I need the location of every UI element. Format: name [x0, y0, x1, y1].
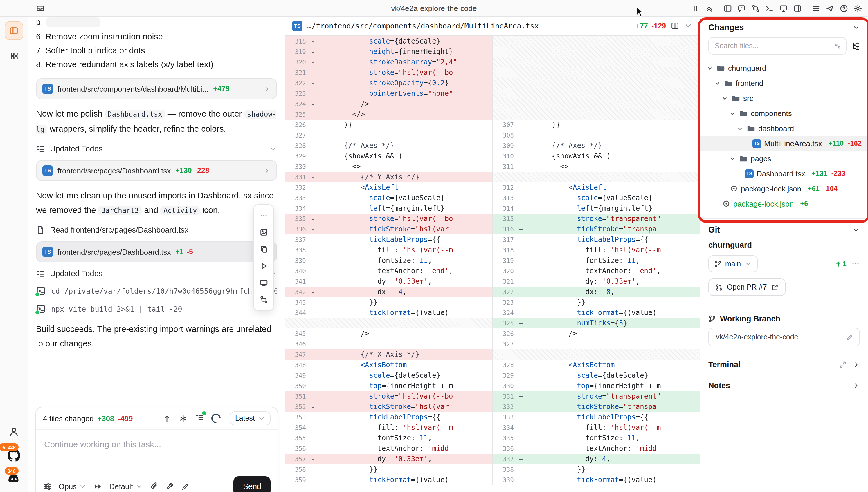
terminal-icon[interactable] — [765, 4, 774, 13]
discord-button[interactable]: 346 — [7, 472, 21, 486]
help-icon[interactable] — [840, 4, 848, 13]
fast-forward-icon[interactable] — [93, 482, 102, 491]
tree-folder-churnguard[interactable]: churnguard — [700, 60, 868, 75]
tree-view-icon[interactable] — [851, 42, 860, 50]
panel-left-icon[interactable] — [723, 4, 732, 13]
account-button[interactable] — [7, 425, 21, 439]
branch-selector[interactable]: main — [708, 255, 758, 272]
workspaces-grid-button[interactable] — [7, 49, 21, 63]
panel-right-icon[interactable] — [793, 4, 802, 13]
diff-line — [285, 318, 493, 328]
diff-line: 334 left={margin.left} — [285, 203, 493, 214]
updated-todos-row[interactable]: Updated Todos — [36, 145, 277, 153]
terminal-command-row[interactable]: npx vite build 2>&1 | tail -20 — [36, 304, 277, 314]
more-options-icon[interactable] — [851, 259, 860, 268]
diff-file-path: …/frontend/src/components/dashboard/Mult… — [307, 22, 631, 30]
sparkle-icon[interactable] — [179, 414, 188, 423]
chevron-right-icon[interactable] — [263, 85, 271, 93]
chevron-down-icon — [736, 124, 744, 132]
collapse-tree-icon[interactable] — [834, 42, 841, 50]
chevron-down-icon[interactable] — [684, 22, 693, 30]
terminal-command-row[interactable]: cd /private/var/folders/10/h7w0q46556ggr… — [36, 286, 277, 296]
diff-line: 316+ tickStroke="transpa — [493, 224, 700, 235]
ts-file-icon: TS — [745, 169, 754, 178]
share-icon[interactable] — [826, 4, 834, 13]
diff-line: 332 <AxisLeft — [285, 182, 493, 193]
copy-button[interactable] — [254, 241, 274, 257]
diff-view-toggle-icon[interactable] — [671, 22, 679, 30]
chevron-down-icon[interactable] — [852, 24, 860, 31]
working-branch-field[interactable] — [708, 328, 860, 346]
tree-folder-pages[interactable]: pages — [700, 151, 868, 166]
updated-todos-row[interactable]: Updated Todos — [36, 269, 277, 278]
terminal-section-header[interactable]: Terminal — [700, 354, 868, 375]
diff-line — [493, 36, 700, 46]
file-change-card[interactable]: TS frontend/src/components/dashboard/Mul… — [36, 78, 277, 99]
more-options-button[interactable] — [254, 207, 274, 224]
tools-icon[interactable] — [166, 482, 174, 491]
changes-summary-bar[interactable]: 4 files changed +308 -499 Latest — [36, 407, 278, 430]
message-input[interactable] — [43, 437, 273, 452]
diff-body[interactable]: 318- scale={dateScale}319- height={inner… — [285, 36, 700, 492]
notes-section-header[interactable]: Notes — [700, 375, 868, 396]
chat-bubble-icon[interactable] — [737, 4, 746, 13]
search-input[interactable] — [713, 41, 830, 50]
diff-line: 325+ numTicks={5} — [493, 318, 700, 328]
diff-line: 317 tickLabelProps={{ — [493, 235, 700, 245]
diff-line: 336- tickStroke="hsl(var — [285, 224, 493, 235]
diff-line: 321 dy: '0.33em', — [493, 276, 700, 287]
workspace-tab-active[interactable] — [5, 22, 23, 40]
model-dropdown[interactable]: Opus — [58, 482, 87, 491]
diff-line: 325- </> — [285, 109, 493, 120]
changes-section-header[interactable]: Changes — [700, 16, 868, 36]
compare-button[interactable] — [254, 291, 274, 308]
sliders-icon[interactable] — [43, 482, 52, 491]
run-button[interactable] — [254, 257, 274, 274]
file-name: frontend/src/pages/Dashboard.tsx — [57, 166, 171, 175]
open-pr-button[interactable]: Open PR #7 — [708, 278, 785, 296]
screenshot-button[interactable] — [254, 224, 274, 241]
github-button[interactable]: ★ 22k — [7, 448, 21, 462]
read-file-row[interactable]: Read frontend/src/pages/Dashboard.tsx — [36, 226, 277, 235]
file-change-card[interactable]: TS frontend/src/pages/Dashboard.tsx +1-5 — [36, 241, 277, 262]
preview-button[interactable] — [254, 274, 274, 291]
pause-icon[interactable] — [691, 4, 700, 13]
pen-icon[interactable] — [182, 482, 190, 491]
git-compare-icon[interactable] — [751, 4, 760, 13]
send-button[interactable]: Send — [234, 476, 271, 492]
diff-line: 318 fill: 'hsl(var(--m — [493, 245, 700, 255]
collapse-all-icon[interactable] — [705, 4, 713, 13]
terminal-title: Terminal — [708, 360, 741, 369]
chevron-right-icon[interactable] — [852, 382, 860, 389]
attachment-icon[interactable] — [150, 482, 159, 491]
tree-file-MultiLineArea.tsx[interactable]: TSMultiLineArea.tsx+110-162 — [700, 136, 868, 151]
tree-folder-components[interactable]: components — [700, 105, 868, 121]
chevron-right-icon[interactable] — [263, 167, 271, 174]
ellipsis-icon — [259, 211, 268, 220]
mode-dropdown[interactable]: Default — [109, 482, 143, 491]
tree-folder-dashboard[interactable]: dashboard — [700, 121, 868, 136]
edit-pencil-icon[interactable] — [846, 333, 853, 341]
tree-folder-src[interactable]: src — [700, 91, 868, 105]
working-branch-input[interactable] — [715, 333, 842, 342]
chevron-down-icon[interactable] — [269, 145, 277, 153]
added-count: +1 — [175, 248, 184, 256]
git-section-header[interactable]: Git — [700, 219, 868, 239]
menu-icon[interactable] — [812, 4, 820, 13]
diff-line: 308 — [493, 130, 700, 141]
tree-file-package-lock.json[interactable]: package-lock.json+61-104 — [700, 181, 868, 196]
arrow-up-icon[interactable] — [163, 414, 171, 423]
settings-gear-icon[interactable] — [853, 4, 862, 13]
chevron-down-icon[interactable] — [852, 226, 860, 233]
file-change-card[interactable]: TS frontend/src/pages/Dashboard.tsx +130… — [36, 160, 277, 181]
diff-line: 332+ tickStroke="transpa — [493, 401, 700, 412]
chevron-right-icon[interactable] — [852, 361, 860, 368]
tree-file-package-lock.json[interactable]: package-lock.json+6 — [700, 196, 868, 211]
monitor-icon[interactable] — [779, 4, 788, 13]
tree-file-Dashboard.tsx[interactable]: TSDashboard.tsx+131-233 — [700, 166, 868, 181]
pull-request-icon — [715, 284, 723, 291]
version-dropdown[interactable]: Latest — [230, 411, 271, 425]
expand-icon[interactable] — [839, 361, 846, 368]
search-box[interactable] — [708, 37, 846, 54]
tree-folder-frontend[interactable]: frontend — [700, 75, 868, 91]
